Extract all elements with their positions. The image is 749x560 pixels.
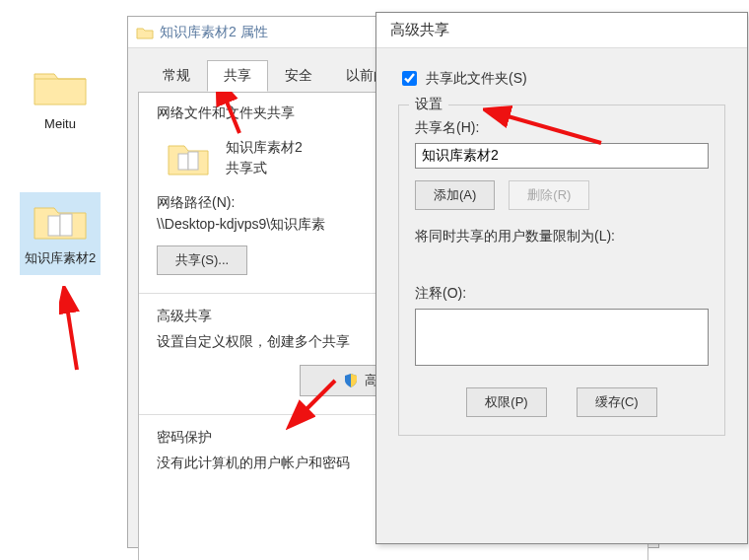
- share-name-input[interactable]: [415, 143, 709, 169]
- group-legend: 设置: [409, 96, 448, 113]
- folder-icon: [31, 64, 90, 109]
- comment-label: 注释(O):: [415, 285, 709, 303]
- icon-label: Meitu: [20, 116, 101, 133]
- share-mode: 共享式: [226, 158, 303, 178]
- folder-icon: [31, 198, 90, 244]
- svg-rect-2: [178, 154, 188, 170]
- shield-icon: [343, 373, 359, 388]
- icon-label: 知识库素材2: [20, 250, 101, 267]
- permissions-button[interactable]: 权限(P): [466, 387, 546, 417]
- annotation-arrow: [59, 286, 99, 375]
- comment-input[interactable]: [415, 309, 709, 366]
- tab-general[interactable]: 常规: [146, 60, 207, 92]
- desktop-folder-target[interactable]: 知识库素材2: [20, 192, 101, 275]
- tab-share[interactable]: 共享: [207, 60, 268, 92]
- dialog-title: 高级共享: [376, 13, 747, 48]
- svg-line-4: [65, 294, 77, 370]
- svg-rect-0: [48, 216, 60, 236]
- cache-button[interactable]: 缓存(C): [577, 387, 657, 417]
- folder-icon: [136, 25, 154, 40]
- window-title: 知识库素材2 属性: [160, 24, 268, 41]
- share-name-label: 共享名(H):: [415, 119, 709, 137]
- user-limit-label: 将同时共享的用户数量限制为(L):: [415, 228, 709, 245]
- svg-rect-1: [60, 214, 72, 236]
- desktop-folder-meitu[interactable]: Meitu: [20, 64, 101, 133]
- share-button[interactable]: 共享(S)...: [157, 245, 247, 275]
- add-button[interactable]: 添加(A): [415, 180, 495, 210]
- share-folder-checkbox[interactable]: 共享此文件夹(S): [398, 68, 725, 89]
- tab-security[interactable]: 安全: [268, 60, 329, 92]
- advanced-share-dialog: 高级共享 共享此文件夹(S) 设置 共享名(H): 添加(A) 删除(R) 将同…: [375, 12, 748, 544]
- checkbox-input[interactable]: [402, 71, 417, 86]
- folder-icon: [165, 134, 212, 181]
- checkbox-label: 共享此文件夹(S): [426, 70, 527, 88]
- svg-rect-3: [188, 152, 198, 170]
- share-folder-name: 知识库素材2: [226, 137, 303, 158]
- remove-button: 删除(R): [509, 180, 589, 210]
- settings-group: 设置 共享名(H): 添加(A) 删除(R) 将同时共享的用户数量限制为(L):…: [398, 105, 725, 436]
